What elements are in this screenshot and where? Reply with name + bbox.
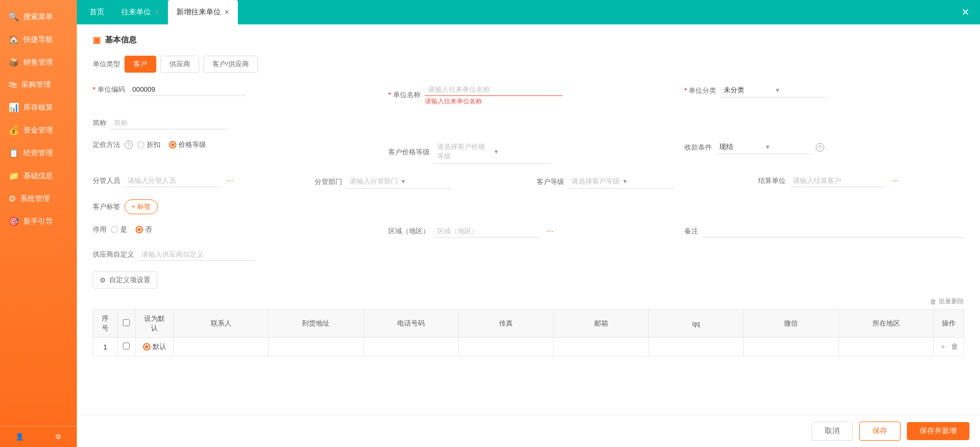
- user-btn[interactable]: 👤: [15, 433, 24, 441]
- sidebar-item-basicinfo[interactable]: 📁 基础信息: [0, 164, 77, 187]
- remark-input[interactable]: [702, 225, 964, 238]
- col-actions: 操作: [933, 310, 964, 338]
- row-actions-cell: ＋ 🗑: [933, 338, 964, 356]
- sidebar-item-purchase[interactable]: 🛍 采购管理: [0, 74, 77, 96]
- unit-category-arrow: ▼: [774, 87, 823, 93]
- batch-delete-btn[interactable]: 🗑 批量删除: [930, 297, 964, 306]
- unit-category-label: 单位分类: [684, 86, 717, 95]
- select-all-checkbox[interactable]: [123, 319, 130, 326]
- phone-input[interactable]: [369, 343, 453, 351]
- manager-input[interactable]: [124, 174, 220, 187]
- region-ellipsis[interactable]: ···: [544, 226, 555, 236]
- table-row: 1 默认: [93, 338, 964, 356]
- unit-type-label: 单位类型: [93, 59, 120, 69]
- manager-ellipsis[interactable]: ···: [224, 176, 235, 186]
- type-btn-supplier[interactable]: 供应商: [161, 56, 199, 73]
- region-input[interactable]: [434, 225, 540, 238]
- save-new-button[interactable]: 保存并新增: [907, 422, 969, 440]
- tab-new-partner[interactable]: 新增往来单位 ✕: [168, 0, 238, 24]
- disabled-no-radio[interactable]: 否: [136, 225, 152, 234]
- region-field: 区域（地区） ···: [388, 225, 668, 238]
- col-address: 到货地址: [269, 310, 363, 338]
- address-input[interactable]: [274, 343, 358, 351]
- disabled-radio-group: 是 否: [111, 225, 152, 234]
- dept-label: 分管部门: [315, 177, 342, 187]
- dept-select[interactable]: 请输入分管部门 ▼: [346, 174, 452, 189]
- row-checkbox: [118, 338, 136, 356]
- unit-name-label: 单位名称: [388, 90, 421, 100]
- type-btn-customer[interactable]: 客户: [124, 56, 156, 73]
- wechat-input[interactable]: [749, 343, 833, 351]
- pricing-level-radio[interactable]: 价格等级: [169, 140, 206, 150]
- type-btn-both[interactable]: 客户/供应商: [203, 56, 258, 73]
- customer-price-select[interactable]: 请选择客户价格等级 ▼: [434, 140, 550, 164]
- sidebar: 🔍 搜索菜单 🏠 快捷导航 📦 销售管理 🛍 采购管理 📊 库存核算 💰 资金管…: [0, 0, 77, 447]
- tab-home[interactable]: 首页: [81, 0, 113, 24]
- home-icon: 🏠: [8, 34, 19, 45]
- unit-type-row: 单位类型 客户 供应商 客户/供应商: [93, 56, 964, 73]
- unit-name-input[interactable]: [425, 83, 563, 96]
- pricing-discount-radio[interactable]: 折扣: [137, 140, 161, 150]
- row-default-radio[interactable]: 默认: [141, 342, 168, 352]
- row-fax[interactable]: [459, 338, 554, 356]
- tab-partners-close[interactable]: ✕: [154, 8, 159, 16]
- sidebar-item-sales[interactable]: 📦 销售管理: [0, 51, 77, 74]
- qq-input[interactable]: [654, 343, 738, 351]
- row-qq[interactable]: [648, 338, 743, 356]
- email-input[interactable]: [559, 343, 643, 351]
- manager-label: 分管人员: [93, 176, 120, 186]
- sidebar-item-newguide[interactable]: 🎯 新手引导: [0, 210, 77, 233]
- batch-delete-icon: 🗑: [930, 298, 937, 305]
- row-seq: 1: [93, 338, 118, 356]
- col-email: 邮箱: [554, 310, 648, 338]
- unit-name-wrapper: 请输入往来单位名称: [425, 83, 669, 106]
- settlement-input[interactable]: [790, 174, 885, 187]
- region-cell-input[interactable]: [844, 343, 928, 351]
- tab-new-partner-close[interactable]: ✕: [224, 8, 229, 16]
- disabled-yes-radio[interactable]: 是: [111, 225, 127, 234]
- settlement-ellipsis[interactable]: ···: [889, 176, 901, 186]
- contact-input[interactable]: [179, 343, 263, 351]
- type-buttons: 客户 供应商 客户/供应商: [124, 56, 258, 73]
- row-region-cell[interactable]: [839, 338, 933, 356]
- row-select-checkbox[interactable]: [123, 343, 130, 349]
- payment-select[interactable]: 现结 ▼: [716, 140, 812, 154]
- sidebar-item-operations[interactable]: 📋 经营管理: [0, 142, 77, 164]
- disabled-yes-circle: [111, 226, 118, 233]
- row-delete-btn[interactable]: 🗑: [951, 342, 958, 352]
- row-address[interactable]: [269, 338, 363, 356]
- customer-level-label: 客户等级: [537, 177, 564, 187]
- row-phone[interactable]: [363, 338, 458, 356]
- pricing-discount-circle: [137, 141, 145, 148]
- cancel-button[interactable]: 取消: [812, 422, 853, 441]
- row-email[interactable]: [554, 338, 648, 356]
- customer-level-select[interactable]: 请选择客户等级 ▼: [568, 174, 674, 189]
- disabled-field: 停用 是 否: [93, 225, 372, 234]
- fax-input[interactable]: [464, 343, 548, 351]
- col-fax: 传真: [459, 310, 554, 338]
- col-wechat: 微信: [744, 310, 839, 338]
- custom-settings-btn[interactable]: ⚙ 自定义项设置: [93, 271, 157, 288]
- tab-partners[interactable]: 往来单位 ✕: [113, 0, 168, 24]
- unit-code-input[interactable]: [129, 83, 246, 96]
- add-tag-btn[interactable]: + 标签: [124, 199, 158, 214]
- sidebar-item-system[interactable]: ⚙ 系统管理: [0, 187, 77, 210]
- sidebar-item-quicknav[interactable]: 🏠 快捷导航: [0, 28, 77, 51]
- unit-category-field: 单位分类 未分类 ▼: [684, 83, 964, 98]
- pricing-help-icon[interactable]: ?: [124, 141, 133, 149]
- sidebar-item-search[interactable]: 🔍 搜索菜单: [0, 5, 77, 28]
- unit-category-select[interactable]: 未分类 ▼: [720, 83, 826, 98]
- tabbar-close-btn[interactable]: ✕: [955, 6, 976, 18]
- row-add-btn[interactable]: ＋: [939, 342, 947, 352]
- row-wechat[interactable]: [744, 338, 839, 356]
- guide-icon: 🎯: [8, 216, 19, 226]
- supplier-custom-input[interactable]: [138, 248, 255, 261]
- sidebar-item-inventory[interactable]: 📊 库存核算: [0, 96, 77, 119]
- save-button[interactable]: 保存: [859, 422, 901, 441]
- sidebar-settings-btn[interactable]: ⚙: [55, 433, 61, 441]
- payment-help-icon[interactable]: ?: [816, 143, 824, 152]
- sidebar-item-finance[interactable]: 💰 资金管理: [0, 119, 77, 142]
- alias-input[interactable]: [111, 117, 227, 129]
- row-contact[interactable]: [173, 338, 268, 356]
- col-default: 设为默认: [136, 310, 174, 338]
